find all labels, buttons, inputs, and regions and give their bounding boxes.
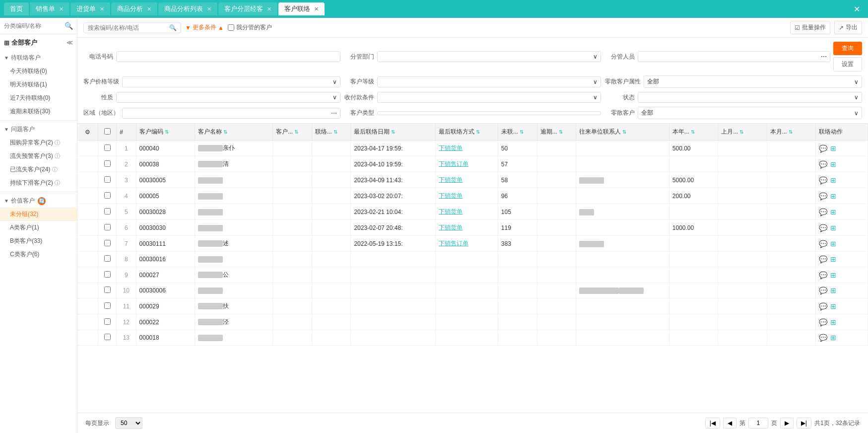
sort-type-icon[interactable]: ⇅ [294,129,298,135]
contact-method-link[interactable]: 下销货单 [439,192,463,199]
filter-status-select[interactable]: ∨ [638,92,862,103]
page-number-input[interactable] [748,418,768,429]
th-name[interactable]: 客户名称⇅ [195,124,272,141]
filter-search-icon[interactable]: 🔍 [169,24,177,31]
export-btn[interactable]: ↗ 导出 [834,21,862,34]
grid-action-icon[interactable]: ⊞ [830,302,836,310]
sort-lmonth-icon[interactable]: ⇅ [739,129,743,135]
grid-action-icon[interactable]: ⊞ [830,334,836,342]
sidebar-group-problem[interactable]: ▼ 问题客户 [0,123,77,136]
row-checkbox[interactable] [104,318,111,325]
filter-retail-select[interactable]: 全部 ∨ [638,107,862,119]
sidebar-search-icon[interactable]: 🔍 [65,22,73,30]
close-analysis-icon[interactable]: ✕ [147,6,151,12]
td-check[interactable] [98,236,117,252]
th-type[interactable]: 客户...⇅ [272,124,312,141]
th-code[interactable]: 客户编码⇅ [136,124,195,141]
grid-action-icon[interactable]: ⊞ [830,271,836,279]
tab-customer-contact[interactable]: 客户联络 ✕ [278,2,325,15]
th-overdue[interactable]: 逾期...⇅ [537,124,576,141]
close-customer-tier-icon[interactable]: ✕ [267,6,271,12]
row-checkbox[interactable] [104,240,111,246]
tab-purchase[interactable]: 进货单 ✕ [70,2,110,15]
search-btn[interactable]: 查询 [833,42,862,55]
grid-action-icon[interactable]: ⊞ [830,318,836,326]
sidebar-search-input[interactable] [4,22,63,29]
row-checkbox[interactable] [104,334,111,340]
chat-action-icon[interactable]: 💬 [819,240,827,248]
chat-action-icon[interactable]: 💬 [819,176,827,184]
collapse-icon[interactable]: ≪ [67,39,73,46]
filter-nature-select[interactable]: ∨ [116,92,340,103]
grid-action-icon[interactable]: ⊞ [830,224,836,232]
sidebar-item-overdue[interactable]: 逾期未联络(30) [0,105,77,118]
grid-action-icon[interactable]: ⊞ [830,287,836,294]
sidebar-item-class-a[interactable]: A类客户(1) [0,221,77,234]
sidebar-item-churn-warning[interactable]: 流失预警客户(3) ⓘ [0,149,77,163]
grid-action-icon[interactable]: ⊞ [830,176,836,184]
contact-method-link[interactable]: 下销货单 [439,144,463,151]
sort-nocontact-icon[interactable]: ⇅ [520,129,524,135]
sidebar-item-today[interactable]: 今天待联络(0) [0,65,77,78]
sort-year-icon[interactable]: ⇅ [691,129,695,135]
sort-partner-icon[interactable]: ⇅ [622,129,626,135]
row-checkbox[interactable] [104,192,111,199]
td-check[interactable] [98,172,117,188]
row-checkbox[interactable] [104,208,111,215]
th-last-month[interactable]: 上月...⇅ [718,124,767,141]
row-checkbox[interactable] [104,160,111,167]
th-settings[interactable]: ⚙ [77,124,98,141]
th-last-contact-date[interactable]: 最后联络日期⇅ [351,124,436,141]
contact-method-link[interactable]: 下销货单 [439,224,463,231]
chat-action-icon[interactable]: 💬 [819,224,827,232]
th-no-contact[interactable]: 未联...⇅ [498,124,537,141]
grid-action-icon[interactable]: ⊞ [830,240,836,248]
th-check[interactable] [98,124,117,141]
tab-home[interactable]: 首页 [4,2,29,15]
sidebar-item-class-c[interactable]: C类客户(6) [0,248,77,261]
contact-method-link[interactable]: 下销售订单 [439,240,468,247]
window-close-icon[interactable]: ✕ [850,4,864,14]
my-customers-filter[interactable]: 我分管的客户 [228,23,272,32]
sidebar-item-declining[interactable]: 持续下滑客户(2) ⓘ [0,176,77,190]
row-checkbox[interactable] [104,176,111,183]
td-check[interactable] [98,314,117,330]
sort-code-icon[interactable]: ⇅ [165,129,169,135]
chat-action-icon[interactable]: 💬 [819,302,827,310]
contact-method-link[interactable]: 下销货单 [439,208,463,215]
filter-payment-select[interactable]: ∨ [377,92,601,103]
td-check[interactable] [98,283,117,298]
row-checkbox[interactable] [104,287,111,293]
close-analysis-list-icon[interactable]: ✕ [207,6,211,12]
all-customers-header[interactable]: ⊞ 全部客户 ≪ [0,34,77,51]
filter-search-box[interactable]: 🔍 [83,22,181,33]
filter-search-input[interactable] [88,24,167,31]
tab-analysis[interactable]: 商品分析 ✕ [111,2,157,15]
sidebar-item-7days[interactable]: 近7天待联络(0) [0,91,77,105]
th-this-month[interactable]: 本月...⇅ [767,124,815,141]
sidebar-search-box[interactable]: 🔍 [0,18,77,34]
chat-action-icon[interactable]: 💬 [819,271,827,279]
filter-region-select[interactable]: ⋯ [122,108,340,119]
prev-page-btn[interactable]: ◀ [723,418,736,429]
chat-action-icon[interactable]: 💬 [819,208,827,216]
filter-price-level-select[interactable]: ∨ [122,76,340,87]
grid-action-icon[interactable]: ⊞ [830,160,836,168]
td-check[interactable] [98,267,117,283]
th-this-year[interactable]: 本年...⇅ [669,124,718,141]
contact-method-link[interactable]: 下销售订单 [439,160,468,167]
td-check[interactable] [98,141,117,156]
next-page-btn[interactable]: ▶ [780,418,794,429]
sort-name-icon[interactable]: ⇅ [223,129,227,135]
sort-method-icon[interactable]: ⇅ [476,129,480,135]
chat-action-icon[interactable]: 💬 [819,334,827,342]
more-filters-btn[interactable]: ▼ 更多条件 ▲ [185,23,224,32]
sidebar-item-hoarding[interactable]: 囤购异常客户(2) ⓘ [0,136,77,149]
td-check[interactable] [98,220,117,236]
filter-retail-attr-select[interactable]: 全部 ∨ [644,75,862,88]
row-checkbox[interactable] [104,255,111,262]
reset-btn[interactable]: 设置 [833,57,862,72]
my-customers-checkbox[interactable] [228,24,234,31]
td-check[interactable] [98,252,117,267]
grid-action-icon[interactable]: ⊞ [830,192,836,200]
